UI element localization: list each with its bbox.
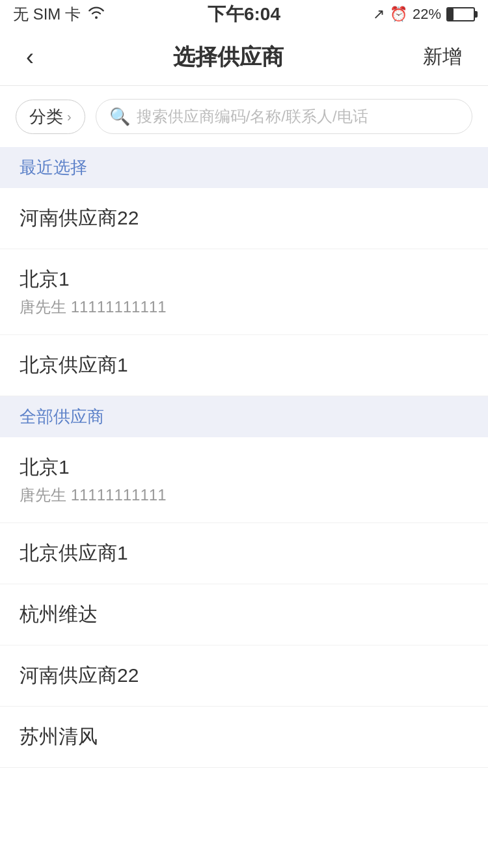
- list-item[interactable]: 北京供应商1: [0, 335, 488, 396]
- status-time: 下午6:04: [208, 2, 280, 27]
- battery-icon: [446, 7, 475, 21]
- status-right: ↗ ⏰ 22%: [373, 6, 475, 23]
- search-icon: 🔍: [109, 107, 130, 127]
- category-label: 分类: [29, 105, 63, 128]
- alarm-icon: ⏰: [390, 6, 407, 23]
- list-item[interactable]: 苏州清风: [0, 707, 488, 768]
- status-bar: 无 SIM 卡 下午6:04 ↗ ⏰ 22%: [0, 0, 488, 29]
- location-icon: ↗: [373, 6, 385, 23]
- all-items-list: 北京1 唐先生 11111111111 北京供应商1 杭州维达 河南供应商22 …: [0, 437, 488, 768]
- search-box[interactable]: 🔍 搜索供应商编码/名称/联系人/电话: [96, 99, 472, 134]
- search-placeholder: 搜索供应商编码/名称/联系人/电话: [137, 106, 368, 127]
- list-item[interactable]: 河南供应商22: [0, 645, 488, 707]
- recent-section-header: 最近选择: [0, 147, 488, 188]
- list-item[interactable]: 杭州维达: [0, 584, 488, 645]
- status-left: 无 SIM 卡: [13, 4, 107, 25]
- battery-label: 22%: [413, 6, 441, 23]
- nav-bar: ‹ 选择供应商 新增: [0, 29, 488, 86]
- list-item[interactable]: 河南供应商22: [0, 188, 488, 249]
- no-sim-label: 无 SIM 卡: [13, 4, 81, 25]
- list-item[interactable]: 北京供应商1: [0, 523, 488, 584]
- chevron-right-icon: ›: [67, 109, 72, 124]
- back-button[interactable]: ‹: [20, 37, 40, 77]
- recent-items-list: 河南供应商22 北京1 唐先生 11111111111 北京供应商1: [0, 188, 488, 396]
- filter-bar: 分类 › 🔍 搜索供应商编码/名称/联系人/电话: [0, 86, 488, 147]
- page-title: 选择供应商: [40, 42, 416, 72]
- add-button[interactable]: 新增: [416, 37, 468, 77]
- all-section-header: 全部供应商: [0, 396, 488, 437]
- wifi-icon: [86, 5, 107, 23]
- list-item[interactable]: 北京1 唐先生 11111111111: [0, 437, 488, 523]
- list-item[interactable]: 北京1 唐先生 11111111111: [0, 249, 488, 335]
- category-button[interactable]: 分类 ›: [16, 100, 85, 134]
